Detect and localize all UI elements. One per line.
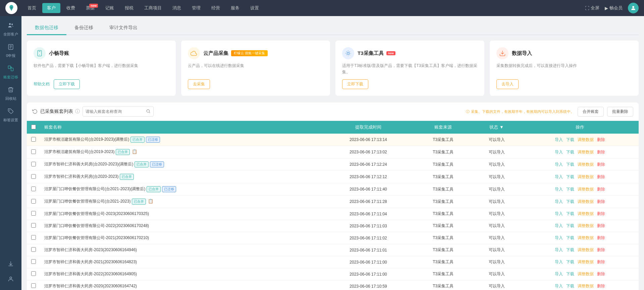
op-调整数据[interactable]: 调整数据 bbox=[578, 174, 594, 180]
xiaochang-download-btn[interactable]: 立即下载 bbox=[54, 79, 80, 89]
op-删除[interactable]: 删除 bbox=[597, 247, 605, 253]
op-调整数据[interactable]: 调整数据 bbox=[578, 149, 594, 155]
search-input[interactable] bbox=[83, 109, 143, 114]
op-调整数据[interactable]: 调整数据 bbox=[578, 187, 594, 192]
nav-item-industry[interactable]: 工商项目 bbox=[140, 3, 166, 13]
op-下载[interactable]: 下载 bbox=[566, 211, 574, 217]
row-checkbox[interactable] bbox=[31, 199, 36, 204]
info-icon[interactable]: ⓘ bbox=[75, 108, 80, 115]
op-删除[interactable]: 删除 bbox=[597, 149, 605, 155]
row-checkbox[interactable] bbox=[31, 271, 36, 276]
op-删除[interactable]: 删除 bbox=[597, 283, 605, 289]
op-下载[interactable]: 下载 bbox=[566, 162, 574, 167]
search-button[interactable] bbox=[143, 109, 153, 115]
nav-item-manage[interactable]: 管理 bbox=[187, 3, 205, 13]
nav-item-message[interactable]: 消息 bbox=[168, 3, 186, 13]
sidebar-item-zero-report[interactable]: 0申报 bbox=[0, 40, 21, 62]
op-导入[interactable]: 导入 bbox=[555, 259, 563, 265]
op-调整数据[interactable]: 调整数据 bbox=[578, 211, 594, 217]
op-删除[interactable]: 删除 bbox=[597, 137, 605, 143]
sidebar-item-migration[interactable]: 账套迁移 bbox=[0, 62, 21, 83]
op-删除[interactable]: 删除 bbox=[597, 162, 605, 167]
op-调整数据[interactable]: 调整数据 bbox=[578, 235, 594, 241]
row-checkbox[interactable] bbox=[31, 162, 36, 166]
merge-accounts-btn[interactable]: 合并账套 bbox=[578, 107, 604, 117]
row-checkbox[interactable] bbox=[31, 149, 36, 154]
tab-backup-migration[interactable]: 备份迁移 bbox=[66, 21, 101, 35]
op-下载[interactable]: 下载 bbox=[566, 137, 574, 143]
nav-item-invoice[interactable]: 票据new bbox=[81, 3, 99, 13]
op-调整数据[interactable]: 调整数据 bbox=[578, 283, 594, 289]
op-导入[interactable]: 导入 bbox=[555, 247, 563, 253]
op-下载[interactable]: 下载 bbox=[566, 235, 574, 241]
op-下载[interactable]: 下载 bbox=[566, 174, 574, 180]
op-下载[interactable]: 下载 bbox=[566, 149, 574, 155]
op-删除[interactable]: 删除 bbox=[597, 259, 605, 265]
op-下载[interactable]: 下载 bbox=[566, 283, 574, 289]
row-extra-icon[interactable]: 📋 bbox=[148, 199, 153, 204]
row-checkbox[interactable] bbox=[31, 259, 36, 264]
op-删除[interactable]: 删除 bbox=[597, 223, 605, 229]
sidebar-item-all-clients[interactable]: 全部客户 bbox=[0, 19, 21, 40]
op-下载[interactable]: 下载 bbox=[566, 259, 574, 265]
help-doc-link[interactable]: 帮助文档 bbox=[34, 81, 50, 87]
nav-item-settings[interactable]: 设置 bbox=[246, 3, 264, 13]
row-checkbox[interactable] bbox=[31, 211, 36, 216]
op-导入[interactable]: 导入 bbox=[555, 271, 563, 277]
cloud-collect-btn[interactable]: 去采集 bbox=[188, 79, 210, 89]
select-all-checkbox[interactable] bbox=[31, 125, 36, 129]
op-导入[interactable]: 导入 bbox=[555, 235, 563, 241]
nav-item-home[interactable]: 首页 bbox=[23, 3, 41, 13]
op-调整数据[interactable]: 调整数据 bbox=[578, 199, 594, 205]
op-下载[interactable]: 下载 bbox=[566, 247, 574, 253]
op-调整数据[interactable]: 调整数据 bbox=[578, 223, 594, 229]
nav-item-fee[interactable]: 收费 bbox=[62, 3, 80, 13]
tab-data-migration[interactable]: 数据包迁移 bbox=[27, 21, 66, 35]
op-调整数据[interactable]: 调整数据 bbox=[578, 259, 594, 265]
op-导入[interactable]: 导入 bbox=[555, 199, 563, 205]
op-导入[interactable]: 导入 bbox=[555, 223, 563, 229]
op-删除[interactable]: 删除 bbox=[597, 174, 605, 180]
row-checkbox[interactable] bbox=[31, 235, 36, 240]
row-checkbox[interactable] bbox=[31, 137, 36, 142]
op-导入[interactable]: 导入 bbox=[555, 137, 563, 143]
op-下载[interactable]: 下载 bbox=[566, 187, 574, 192]
download-icon[interactable] bbox=[5, 259, 16, 271]
op-调整数据[interactable]: 调整数据 bbox=[578, 247, 594, 253]
row-checkbox[interactable] bbox=[31, 223, 36, 228]
fullscreen-btn[interactable]: ⛶ 全屏 bbox=[585, 5, 599, 11]
op-导入[interactable]: 导入 bbox=[555, 211, 563, 217]
user-avatar[interactable] bbox=[628, 3, 639, 13]
op-导入[interactable]: 导入 bbox=[555, 149, 563, 155]
row-checkbox[interactable] bbox=[31, 283, 36, 288]
op-导入[interactable]: 导入 bbox=[555, 283, 563, 289]
col-status[interactable]: 状态 ▼ bbox=[472, 121, 521, 134]
op-删除[interactable]: 删除 bbox=[597, 271, 605, 277]
op-下载[interactable]: 下载 bbox=[566, 223, 574, 229]
op-删除[interactable]: 删除 bbox=[597, 187, 605, 192]
op-删除[interactable]: 删除 bbox=[597, 211, 605, 217]
app-logo[interactable] bbox=[5, 2, 17, 14]
nav-item-account[interactable]: 记账 bbox=[101, 3, 119, 13]
nav-item-operation[interactable]: 经营 bbox=[207, 3, 225, 13]
op-调整数据[interactable]: 调整数据 bbox=[578, 162, 594, 167]
op-下载[interactable]: 下载 bbox=[566, 199, 574, 205]
refresh-icon[interactable] bbox=[32, 108, 38, 115]
nav-item-client[interactable]: 客户 bbox=[42, 3, 60, 13]
row-checkbox[interactable] bbox=[31, 174, 36, 179]
batch-delete-btn[interactable]: 批量删除 bbox=[607, 107, 633, 117]
op-调整数据[interactable]: 调整数据 bbox=[578, 271, 594, 277]
op-导入[interactable]: 导入 bbox=[555, 162, 563, 167]
row-checkbox[interactable] bbox=[31, 247, 36, 252]
sidebar-item-tag-settings[interactable]: 标签设置 bbox=[0, 104, 21, 126]
op-删除[interactable]: 删除 bbox=[597, 199, 605, 205]
user-setting-icon[interactable] bbox=[5, 274, 16, 286]
import-btn[interactable]: 去导入 bbox=[496, 79, 519, 89]
row-checkbox[interactable] bbox=[31, 187, 36, 191]
sidebar-item-recycle[interactable]: 回收站 bbox=[0, 83, 21, 104]
nav-item-service[interactable]: 服务 bbox=[226, 3, 244, 13]
row-extra-icon[interactable]: 📋 bbox=[132, 149, 137, 154]
nav-item-tax[interactable]: 报税 bbox=[120, 3, 138, 13]
member-btn[interactable]: ▶ 畅会员 bbox=[605, 5, 623, 11]
op-删除[interactable]: 删除 bbox=[597, 235, 605, 241]
